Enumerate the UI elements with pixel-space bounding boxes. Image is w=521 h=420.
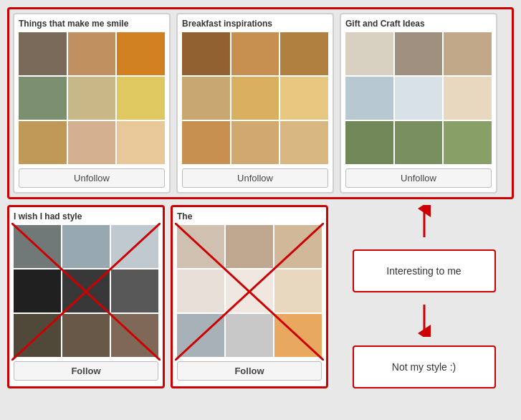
board-breakfast-grid [182,32,328,164]
board-style-title: I wish I had style [14,211,158,221]
unfollow-smile-button[interactable]: Unfollow [19,168,165,188]
img-cell [68,77,116,120]
img-cell [177,269,224,312]
img-cell [274,314,322,357]
board-smile-grid [19,32,165,164]
img-cell [395,32,443,75]
img-cell [177,225,224,268]
img-cell [111,269,158,312]
img-cell [395,77,443,120]
img-cell [111,225,158,268]
img-cell [117,32,165,75]
interesting-label: Interesting to me [386,265,461,277]
img-cell [68,32,116,75]
img-cell [231,77,279,120]
img-cell [62,269,110,312]
board-smile-title: Things that make me smile [19,19,165,29]
img-cell [345,121,393,164]
arrow-down-container [410,301,439,337]
img-cell [62,225,110,268]
img-cell [117,121,165,164]
not-style-box[interactable]: Not my style :) [353,345,496,388]
unfollow-breakfast-button[interactable]: Unfollow [182,168,328,188]
img-cell [226,314,273,357]
interesting-box[interactable]: Interesting to me [353,249,496,292]
board-the: The [171,205,328,388]
not-style-label: Not my style :) [392,361,456,373]
board-craft-grid [345,32,492,164]
board-style: I wish I had style [7,205,165,388]
img-cell [111,314,158,357]
board-breakfast-title: Breakfast inspirations [182,19,328,29]
img-cell [117,77,165,120]
bottom-row-left: I wish I had style [7,205,328,388]
follow-the-button[interactable]: Follow [177,361,322,381]
board-breakfast: Breakfast inspirations Unfollow [176,13,334,194]
img-cell [280,32,328,75]
img-cell [345,32,393,75]
arrow-up-icon [410,205,439,241]
board-the-grid [177,225,322,357]
img-cell [280,77,328,120]
img-cell [226,269,273,312]
main-container: Things that make me smile Unfollow Break… [0,0,521,420]
board-craft: Gift and Craft Ideas Unfollow [340,13,497,194]
img-cell [182,77,230,120]
img-cell [444,77,492,120]
img-cell [14,314,61,357]
img-cell [62,314,110,357]
board-craft-title: Gift and Craft Ideas [345,19,492,29]
img-cell [19,77,67,120]
follow-style-button[interactable]: Follow [14,361,158,381]
img-cell [444,32,492,75]
img-cell [19,32,67,75]
img-cell [68,121,116,164]
img-cell [280,121,328,164]
img-cell [226,225,273,268]
top-row-section: Things that make me smile Unfollow Break… [7,7,514,199]
img-cell [345,77,393,120]
img-cell [182,32,230,75]
board-the-title: The [177,211,322,221]
img-cell [274,225,322,268]
img-cell [14,269,61,312]
board-smile: Things that make me smile Unfollow [13,13,171,194]
img-cell [395,121,443,164]
board-style-grid [14,225,158,357]
arrow-down-icon [410,301,439,337]
img-cell [274,269,322,312]
img-cell [14,225,61,268]
action-panel: Interesting to me Not my style :) [334,205,514,388]
img-cell [177,314,224,357]
bottom-section: I wish I had style [7,205,514,388]
img-cell [182,121,230,164]
arrow-up-container [410,205,439,241]
img-cell [231,121,279,164]
img-cell [19,121,67,164]
img-cell [231,32,279,75]
img-cell [444,121,492,164]
unfollow-craft-button[interactable]: Unfollow [345,168,492,188]
